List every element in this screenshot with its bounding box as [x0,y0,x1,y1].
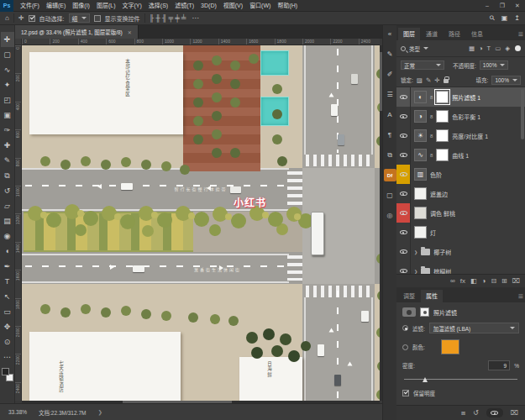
filter-color-swatch[interactable] [441,339,459,354]
filter-pixel-layers-icon[interactable]: ▦ [469,45,475,52]
delete-layer-icon[interactable]: ⌧ [512,277,520,285]
hand-tool[interactable]: ✥ [1,319,14,334]
brush-panel-icon[interactable]: ✐ [384,68,396,81]
menubar-item-9[interactable]: 窗口(W) [246,0,274,12]
eye-icon[interactable] [400,114,407,118]
character-panel-icon[interactable]: A [384,108,396,121]
more-tools[interactable]: ⋯ [1,349,14,365]
menubar-item-2[interactable]: 图像(I) [69,0,93,12]
menubar-item-8[interactable]: 视图(V) [220,0,246,12]
eye-icon[interactable] [400,172,407,176]
filter-type-layers-icon[interactable]: T [487,45,491,52]
minimize-button[interactable]: – [480,0,495,12]
layer-mask-thumbnail[interactable] [436,129,449,142]
restore-button[interactable]: ❐ [495,0,510,12]
menubar-item-5[interactable]: 选择(S) [145,0,171,12]
visibility-cell[interactable] [396,261,411,274]
menubar-item-3[interactable]: 图层(L) [93,0,119,12]
visibility-cell[interactable] [396,242,411,261]
libraries-panel-icon[interactable]: ◎ [384,209,396,222]
visibility-cell[interactable] [396,165,411,184]
toggle-visibility-icon[interactable] [486,408,503,417]
align-top-icon[interactable]: ╤ [169,14,174,22]
foreground-color-swatch[interactable] [2,368,9,375]
layer-name[interactable]: 色彩平衡 1 [452,113,480,121]
layer-row[interactable]: ❯棕榈树 [396,261,525,274]
lock-transparency-icon[interactable]: ▨ [417,76,423,84]
home-icon[interactable]: ⌂ [5,14,9,22]
properties-tab[interactable]: 属性 [421,290,443,302]
swatches-panel-icon[interactable]: ▢ [384,189,396,202]
search-icon[interactable]: ⚲ [488,13,497,23]
opacity-value[interactable]: 100% [480,60,509,70]
layer-name[interactable]: 遮盖边 [430,190,448,198]
filter-radio[interactable] [402,325,408,331]
color-swatches[interactable] [2,368,13,381]
canvas[interactable]: 本部记忆食堂区 七天连锁酒店 日海鲜 [22,45,380,401]
layers-tab[interactable]: 信息 [466,28,488,40]
layer-row[interactable]: ◑8色彩平衡 1 [396,107,525,126]
filter-adjustment-layers-icon[interactable]: ◑ [479,45,483,52]
layer-name[interactable]: 照片滤镜 1 [452,93,480,102]
adjustments-panel-icon[interactable]: ☰ [384,88,396,101]
expand-caret-icon[interactable]: ❯ [414,249,417,255]
layer-name[interactable]: 色阶 [430,171,442,179]
new-layer-icon[interactable]: ⊞ [501,277,507,285]
warming-filter-dropdown[interactable]: 加温滤镜 (LBA) [429,323,519,333]
menubar-item-7[interactable]: 3D(D) [197,0,220,12]
delete-adjustment-icon[interactable]: ⌧ [511,409,518,417]
layer-row[interactable]: ☀8亮度/对比度 1 [396,126,525,145]
chevron-down-icon[interactable] [423,47,428,50]
color-radio[interactable] [402,344,408,350]
blend-mode-dropdown[interactable]: 正常 [401,60,444,70]
reset-adjustment-icon[interactable]: ↺ [473,409,479,417]
menubar-item-1[interactable]: 编辑(E) [43,0,69,12]
clip-to-layer-icon[interactable]: ⧈ [461,409,465,417]
gradient-tool[interactable]: ▤ [1,213,14,228]
lock-all-icon[interactable] [444,79,449,83]
document-tab[interactable]: 12.psd @ 33.4% (照片滤镜 1, 图层蒙版/8) ✕ [15,25,139,39]
layer-name[interactable]: 曲线 1 [452,151,469,160]
history-brush-tool[interactable]: ↺ [1,183,14,198]
layer-row[interactable]: ❯椰子树 [396,242,525,261]
layer-mask-thumbnail[interactable] [436,149,449,161]
clone-stamp-tool[interactable]: ⧉ [1,168,14,183]
layer-effects-icon[interactable]: fx [460,277,465,285]
layers-tab[interactable]: 通道 [421,28,443,40]
properties-tab[interactable]: 调整 [398,290,420,302]
layer-row[interactable]: ∿8曲线 1 [396,145,525,165]
layers-tab[interactable]: 图层 [398,28,420,40]
new-group-icon[interactable]: ⊟ [491,277,496,285]
menubar-item-10[interactable]: 帮助(H) [274,0,301,12]
eyedropper-tool[interactable]: ✑ [1,123,14,138]
show-transform-checkbox[interactable] [94,15,101,22]
share-image-icon[interactable]: ↥ [514,14,520,22]
adjustment-thumbnail[interactable]: ◑ [414,110,427,123]
layer-name[interactable]: 调色 鲜桃 [430,209,455,218]
more-options-icon[interactable]: ⋯ [192,14,199,22]
mask-link-icon[interactable]: 8 [430,153,433,158]
density-value[interactable]: 9 [488,360,510,370]
layer-mask-thumbnail[interactable] [436,110,449,123]
visibility-cell[interactable] [396,107,411,126]
visibility-cell[interactable] [396,87,411,107]
auto-select-checkbox[interactable] [29,15,35,22]
eraser-tool[interactable]: ▱ [1,198,14,213]
collapse-dock-icon[interactable]: « [384,28,396,40]
layer-name[interactable]: 棕榈树 [433,267,451,275]
adjustment-thumbnail[interactable]: ∿ [414,149,427,161]
pen-tool[interactable]: ✒ [1,259,14,274]
add-layer-mask-icon[interactable]: ◧ [470,277,477,285]
panel-menu-icon[interactable]: ☰ [518,31,523,40]
magic-wand-tool[interactable]: ✦ [1,77,14,92]
menubar-item-0[interactable]: 文件(F) [17,0,43,12]
menubar-item-4[interactable]: 文字(Y) [118,0,144,12]
eye-icon[interactable] [400,269,407,273]
menubar-item-6[interactable]: 滤镜(T) [171,0,197,12]
layer-row[interactable]: ▥色阶 [396,165,525,184]
brush-settings-icon[interactable]: ✎ [384,48,396,60]
align-left-icon[interactable]: ╟ [150,14,155,22]
type-tool[interactable]: T [1,274,14,289]
layer-row[interactable]: 遮盖边 [396,184,525,203]
preserve-luminosity-checkbox[interactable] [402,390,409,396]
